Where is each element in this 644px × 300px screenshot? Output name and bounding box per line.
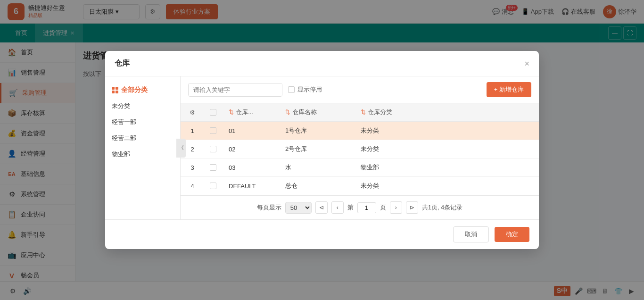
show-disabled-toggle[interactable]: 显示停用 xyxy=(288,85,322,94)
warehouse-modal: 仓库 × 全部分类 未分类 经营一部 经营二部 物业部 《 xyxy=(105,51,539,249)
table-row[interactable]: 2 02 2号仓库 未分类 xyxy=(181,140,539,158)
row-checkbox-cell[interactable] xyxy=(204,140,223,158)
collapse-panel-button[interactable]: 《 xyxy=(176,139,186,158)
last-page-button[interactable]: ⊳ xyxy=(406,201,418,214)
sort-icon-category: ⇅ xyxy=(361,108,366,116)
modal-title: 仓库 xyxy=(115,58,130,68)
row-num: 1 xyxy=(181,122,204,140)
row-category: 未分类 xyxy=(355,177,539,195)
row-checkbox[interactable] xyxy=(210,127,216,134)
modal-header: 仓库 × xyxy=(105,51,539,76)
row-code: 03 xyxy=(223,158,280,177)
page-number-input[interactable] xyxy=(357,202,376,213)
table-row[interactable]: 3 03 水 物业部 xyxy=(181,158,539,177)
row-num: 4 xyxy=(181,177,204,195)
sort-icon-name: ⇅ xyxy=(285,108,290,116)
row-name: 水 xyxy=(280,158,355,177)
page-info: 共1页, 4条记录 xyxy=(422,203,463,212)
category-item-property[interactable]: 物业部 xyxy=(105,146,180,162)
settings-col-header: ⚙ xyxy=(181,103,204,122)
modal-close-button[interactable]: × xyxy=(524,59,529,68)
search-icon[interactable]: 🔍 xyxy=(277,83,282,96)
table-row[interactable]: 4 DEFAULT 总仓 未分类 xyxy=(181,177,539,195)
row-code: DEFAULT xyxy=(223,177,280,195)
page-size-dropdown[interactable]: 10 20 50 100 xyxy=(285,202,312,214)
all-categories-label: 全部分类 xyxy=(121,86,148,94)
table-row[interactable]: 1 01 1号仓库 未分类 xyxy=(181,122,539,140)
row-num: 3 xyxy=(181,158,204,177)
row-checkbox-cell[interactable] xyxy=(204,158,223,177)
show-disabled-label: 显示停用 xyxy=(297,85,322,94)
table-header-row: ⚙ ⇅仓库... ⇅仓库名称 xyxy=(181,103,539,122)
next-page-button[interactable]: › xyxy=(390,201,402,214)
row-checkbox-cell[interactable] xyxy=(204,122,223,140)
sort-icon-code: ⇅ xyxy=(229,108,234,116)
modal-footer: 取消 确定 xyxy=(105,219,539,249)
row-code: 02 xyxy=(223,140,280,158)
category-col-header[interactable]: ⇅仓库分类 xyxy=(355,103,539,122)
modal-body: 全部分类 未分类 经营一部 经营二部 物业部 《 🔍 xyxy=(105,76,539,219)
select-all-checkbox[interactable] xyxy=(210,109,216,116)
data-table: ⚙ ⇅仓库... ⇅仓库名称 xyxy=(181,103,539,195)
row-category: 物业部 xyxy=(355,158,539,177)
table-toolbar: 🔍 显示停用 + 新增仓库 xyxy=(181,76,539,103)
settings-col-icon: ⚙ xyxy=(190,109,195,116)
grid-icon xyxy=(112,87,118,93)
page-label: 页 xyxy=(380,203,386,212)
search-input[interactable] xyxy=(189,83,277,96)
show-disabled-checkbox[interactable] xyxy=(288,86,295,93)
row-checkbox[interactable] xyxy=(210,164,216,171)
confirm-button[interactable]: 确定 xyxy=(495,227,529,242)
prev-page-button[interactable]: ‹ xyxy=(331,201,344,214)
row-checkbox-cell[interactable] xyxy=(204,177,223,195)
cancel-button[interactable]: 取消 xyxy=(453,226,489,242)
row-checkbox[interactable] xyxy=(210,146,216,152)
category-item-dept2[interactable]: 经营二部 xyxy=(105,130,180,146)
warehouse-table: ⚙ ⇅仓库... ⇅仓库名称 xyxy=(181,103,539,195)
category-item-unclassified[interactable]: 未分类 xyxy=(105,98,180,114)
category-panel: 全部分类 未分类 经营一部 经营二部 物业部 《 xyxy=(105,76,181,219)
first-page-button[interactable]: ⊲ xyxy=(315,201,328,214)
row-name: 1号仓库 xyxy=(280,122,355,140)
code-col-header[interactable]: ⇅仓库... xyxy=(223,103,280,122)
page-size-label: 每页显示 xyxy=(257,203,281,212)
all-categories-button[interactable]: 全部分类 xyxy=(105,82,180,98)
row-code: 01 xyxy=(223,122,280,140)
row-category: 未分类 xyxy=(355,140,539,158)
pagination: 每页显示 10 20 50 100 ⊲ ‹ 第 页 › xyxy=(181,195,539,219)
row-checkbox[interactable] xyxy=(210,183,216,189)
page-size-select[interactable]: 10 20 50 100 xyxy=(285,202,312,214)
category-item-dept1[interactable]: 经营一部 xyxy=(105,114,180,130)
search-box: 🔍 xyxy=(188,83,282,97)
add-warehouse-button[interactable]: + 新增仓库 xyxy=(487,82,531,97)
table-body: 1 01 1号仓库 未分类 2 xyxy=(181,122,539,195)
page-di-label: 第 xyxy=(347,203,354,212)
name-col-header[interactable]: ⇅仓库名称 xyxy=(280,103,355,122)
checkbox-col-header xyxy=(204,103,223,122)
row-category: 未分类 xyxy=(355,122,539,140)
modal-overlay: 仓库 × 全部分类 未分类 经营一部 经营二部 物业部 《 xyxy=(0,0,644,300)
table-panel: 🔍 显示停用 + 新增仓库 ⚙ xyxy=(181,76,539,219)
row-name: 2号仓库 xyxy=(280,140,355,158)
row-name: 总仓 xyxy=(280,177,355,195)
